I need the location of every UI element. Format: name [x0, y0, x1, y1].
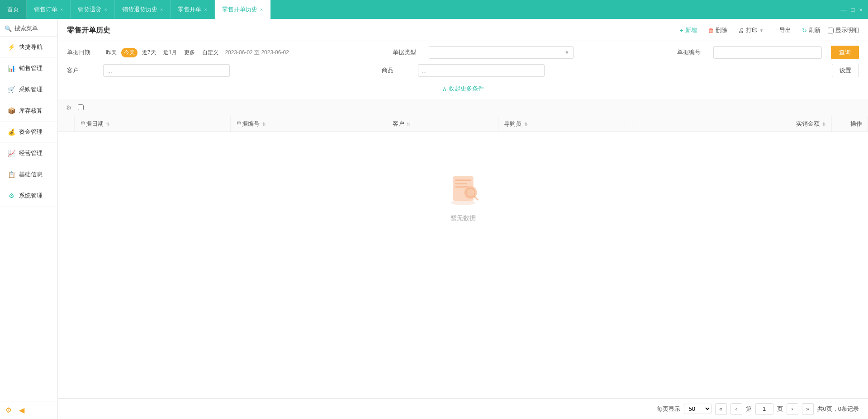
- empty-icon: [443, 168, 484, 209]
- voucher-type-dropdown-icon: ▼: [564, 50, 569, 55]
- sidebar-item-finance[interactable]: 💰 资金管理: [0, 122, 57, 143]
- display-toggle-checkbox[interactable]: [828, 28, 834, 33]
- customer-select[interactable]: ...: [103, 64, 230, 77]
- sidebar-item-system[interactable]: ⚙ 系统管理: [0, 185, 57, 207]
- product-select[interactable]: ...: [418, 64, 545, 77]
- tab-home[interactable]: 首页: [0, 0, 27, 19]
- print-dropdown-icon[interactable]: ▼: [759, 28, 764, 33]
- settings-bottom-icon[interactable]: ⚙: [5, 406, 12, 414]
- th-actions-label: 操作: [850, 120, 862, 127]
- tab-close-sales-return-history[interactable]: ×: [160, 7, 163, 12]
- sidebar-item-basic-info[interactable]: 📋 基础信息: [0, 164, 57, 185]
- select-all-checkbox[interactable]: [78, 104, 84, 110]
- toolbar-btns: + 新增 🗑 删除 🖨 打印 ▼ ↑ 导出: [676, 24, 859, 36]
- tab-close-retail-open-history[interactable]: ×: [260, 7, 263, 12]
- page-title-row: 零售开单历史 + 新增 🗑 删除 🖨 打印 ▼: [67, 24, 859, 36]
- th-amount[interactable]: 实销金额 ⇅: [675, 116, 832, 132]
- next-page-btn[interactable]: ›: [787, 403, 798, 415]
- settings-button[interactable]: 设置: [832, 64, 859, 77]
- close-btn[interactable]: ×: [859, 6, 863, 13]
- th-spacer: [632, 116, 675, 132]
- th-no[interactable]: 单据编号 ⇅: [231, 116, 387, 132]
- per-page-select[interactable]: 50: [684, 404, 711, 414]
- filter-area: 单据日期 昨天 今天 近7天 近1月 更多 自定义 2023-06-02 至 2…: [58, 41, 868, 99]
- delete-icon: 🗑: [708, 27, 714, 34]
- export-icon: ↑: [775, 27, 778, 34]
- sidebar-item-quick-nav[interactable]: ⚡ 快捷导航: [0, 37, 57, 58]
- date-opt-more[interactable]: 更多: [181, 48, 198, 57]
- delete-button[interactable]: 🗑 删除: [704, 24, 731, 36]
- maximize-btn[interactable]: □: [851, 6, 855, 13]
- prev-page-btn[interactable]: ‹: [730, 403, 742, 415]
- date-opt-1month[interactable]: 近1月: [161, 48, 180, 57]
- last-page-btn[interactable]: »: [802, 403, 814, 415]
- query-button[interactable]: 查询: [831, 46, 859, 59]
- per-page-label: 每页显示: [657, 405, 680, 413]
- collapse-label: 收起更多条件: [449, 85, 484, 93]
- date-opt-yesterday[interactable]: 昨天: [103, 48, 119, 57]
- table-toolbar: ⚙: [58, 99, 868, 116]
- collapse-more-btn[interactable]: ∧ 收起更多条件: [67, 82, 859, 94]
- empty-state: 暂无数据: [58, 132, 868, 250]
- voucher-no-input[interactable]: [713, 46, 822, 59]
- total-info: 共0页，0条记录: [817, 405, 859, 413]
- tab-close-sales-return[interactable]: ×: [104, 7, 107, 12]
- sidebar-item-inventory[interactable]: 📦 库存核算: [0, 100, 57, 122]
- voucher-no-label: 单据编号: [677, 48, 704, 56]
- tab-retail-open[interactable]: 零售开单 ×: [171, 0, 214, 19]
- tab-retail-open-history[interactable]: 零售开单历史 ×: [215, 0, 270, 19]
- print-icon: 🖨: [738, 27, 744, 34]
- tab-sales-order[interactable]: 销售订单 ×: [27, 0, 71, 19]
- print-button[interactable]: 🖨 打印 ▼: [735, 24, 768, 36]
- th-salesperson-sort[interactable]: ⇅: [524, 122, 528, 127]
- th-salesperson[interactable]: 导购员 ⇅: [498, 116, 632, 132]
- customer-label: 客户: [67, 66, 94, 75]
- sidebar-item-operations[interactable]: 📈 经营管理: [0, 143, 57, 164]
- date-range-display: 2023-06-02 至 2023-06-02: [225, 49, 289, 56]
- add-button[interactable]: + 新增: [676, 24, 701, 36]
- date-opt-custom[interactable]: 自定义: [199, 48, 221, 57]
- th-date-sort[interactable]: ⇅: [106, 122, 109, 127]
- collapse-sidebar-icon[interactable]: ◀: [19, 406, 24, 414]
- svg-rect-3: [455, 183, 467, 184]
- display-toggle[interactable]: 显示明细: [828, 26, 859, 34]
- sidebar-bottom: ⚙ ◀: [0, 401, 57, 419]
- th-date-label: 单据日期: [80, 120, 104, 127]
- voucher-type-select[interactable]: ▼: [429, 46, 574, 59]
- export-button[interactable]: ↑ 导出: [771, 24, 795, 36]
- quick-nav-icon: ⚡: [7, 43, 15, 51]
- date-opt-7days[interactable]: 近7天: [139, 48, 159, 57]
- first-page-btn[interactable]: «: [715, 403, 727, 415]
- add-icon: +: [680, 27, 683, 34]
- tab-sales-return[interactable]: 销货退货 ×: [71, 0, 114, 19]
- svg-line-7: [474, 197, 478, 200]
- svg-rect-2: [455, 179, 471, 181]
- th-actions: 操作: [832, 116, 868, 132]
- minimize-btn[interactable]: —: [841, 6, 847, 13]
- th-amount-sort[interactable]: ⇅: [822, 122, 826, 127]
- th-amount-label: 实销金额: [796, 120, 820, 127]
- th-salesperson-label: 导购员: [504, 120, 522, 127]
- content-area: 零售开单历史 + 新增 🗑 删除 🖨 打印 ▼: [58, 19, 868, 419]
- finance-icon: 💰: [7, 128, 15, 136]
- refresh-button[interactable]: ↻ 刷新: [798, 24, 824, 36]
- th-customer[interactable]: 客户 ⇅: [387, 116, 498, 132]
- page-number-input[interactable]: [755, 403, 773, 415]
- export-label: 导出: [779, 26, 791, 34]
- tab-close-retail-open[interactable]: ×: [204, 7, 207, 12]
- sidebar-search[interactable]: 🔍 搜索菜单: [0, 19, 57, 37]
- tab-sales-return-history[interactable]: 销货退货历史 ×: [115, 0, 171, 19]
- inventory-icon: 📦: [7, 107, 15, 115]
- collapse-up-icon: ∧: [442, 85, 447, 92]
- date-opt-today[interactable]: 今天: [121, 48, 138, 57]
- sidebar-item-sales-mgmt[interactable]: 📊 销售管理: [0, 58, 57, 79]
- th-no-sort[interactable]: ⇅: [262, 122, 266, 127]
- th-date[interactable]: 单据日期 ⇅: [74, 116, 231, 132]
- th-customer-sort[interactable]: ⇅: [407, 122, 410, 127]
- sidebar-item-purchase-mgmt[interactable]: 🛒 采购管理: [0, 79, 57, 100]
- tab-bar: 首页 销售订单 × 销货退货 × 销货退货历史 × 零售开单 × 零售开单历史 …: [0, 0, 868, 19]
- tab-close-sales-order[interactable]: ×: [60, 7, 63, 12]
- display-toggle-label: 显示明细: [835, 26, 859, 34]
- table-settings-btn[interactable]: ⚙: [63, 102, 74, 113]
- filter-row-1: 单据日期 昨天 今天 近7天 近1月 更多 自定义 2023-06-02 至 2…: [67, 46, 859, 59]
